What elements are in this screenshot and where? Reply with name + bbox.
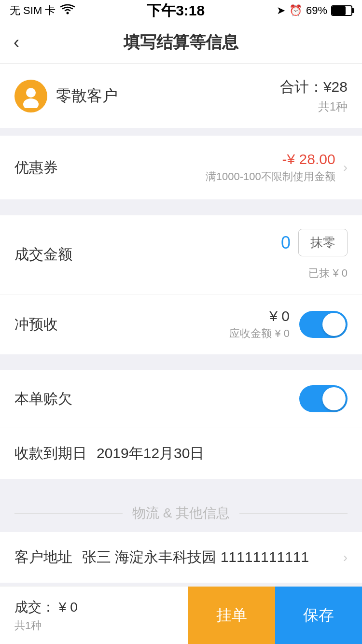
battery-percent: 69% xyxy=(306,4,327,17)
bottom-bar: 成交： ¥ 0 共1种 挂单 保存 xyxy=(0,586,362,644)
total-count: 共1种 xyxy=(280,99,348,114)
chong-row: 冲预收 ¥ 0 应收金额 ¥ 0 xyxy=(0,294,362,354)
bottom-count: 共1种 xyxy=(14,618,174,633)
avatar xyxy=(14,80,47,112)
transaction-row: 成交金额 0 抹零 已抹 ¥ 0 xyxy=(0,215,362,294)
customer-section: 零散客户 合计：¥28 共1种 xyxy=(0,64,362,128)
divider-right xyxy=(239,513,348,514)
back-button[interactable]: ‹ xyxy=(14,32,19,53)
pending-button[interactable]: 挂单 xyxy=(188,587,275,644)
logistics-header: 物流 & 其他信息 xyxy=(0,494,362,532)
chong-toggle[interactable] xyxy=(299,311,348,338)
status-left: 无 SIM 卡 xyxy=(10,3,75,18)
address-row[interactable]: 客户地址 张三 海淀永丰科技园 11111111111 › xyxy=(0,532,362,583)
due-date-label: 收款到期日 xyxy=(14,444,87,463)
coupon-value: -¥ 28.00 xyxy=(206,151,335,168)
section-divider-1 xyxy=(0,207,362,215)
logistics-label: 物流 & 其他信息 xyxy=(123,504,239,522)
coupon-value-block: -¥ 28.00 满1000-100不限制使用金额 xyxy=(206,151,335,184)
transaction-section: 成交金额 0 抹零 已抹 ¥ 0 冲预收 ¥ 0 应收金额 ¥ 0 xyxy=(0,215,362,354)
credit-toggle-thumb xyxy=(322,387,346,410)
toggle-thumb xyxy=(322,313,346,336)
credit-section: 本单赊欠 收款到期日 2019年12月30日 xyxy=(0,370,362,479)
credit-toggle[interactable] xyxy=(299,385,348,412)
divider-left xyxy=(14,513,123,514)
status-time: 下午3:18 xyxy=(147,1,205,21)
credit-row: 本单赊欠 xyxy=(0,370,362,428)
coupon-label: 优惠券 xyxy=(14,158,58,178)
address-value: 张三 海淀永丰科技园 11111111111 xyxy=(82,547,343,567)
round-button[interactable]: 抹零 xyxy=(298,229,348,256)
total-amount: 合计：¥28 xyxy=(280,77,348,97)
sim-status: 无 SIM 卡 xyxy=(10,3,56,18)
svg-point-2 xyxy=(23,98,39,108)
chong-label: 冲预收 xyxy=(14,315,58,335)
bottom-info: 成交： ¥ 0 共1种 xyxy=(0,598,188,633)
coupon-section: 优惠券 -¥ 28.00 满1000-100不限制使用金额 › xyxy=(0,136,362,199)
chong-sub-value: 应收金额 ¥ 0 xyxy=(229,326,290,341)
chong-right: ¥ 0 应收金额 ¥ 0 xyxy=(229,308,348,341)
save-button[interactable]: 保存 xyxy=(275,587,362,644)
status-right: ➤ ⏰ 69% xyxy=(277,4,352,17)
customer-left: 零散客户 xyxy=(14,80,118,112)
bottom-deal-value: ¥ 0 xyxy=(59,600,78,615)
wifi-icon xyxy=(60,4,75,17)
transaction-value: 0 xyxy=(281,233,291,253)
alarm-icon: ⏰ xyxy=(289,4,302,17)
address-label: 客户地址 xyxy=(14,547,72,567)
coupon-chevron-icon: › xyxy=(343,160,348,175)
coupon-right: -¥ 28.00 满1000-100不限制使用金额 › xyxy=(206,151,348,184)
svg-point-1 xyxy=(26,88,36,98)
due-date-value: 2019年12月30日 xyxy=(97,444,204,463)
credit-label: 本单赊欠 xyxy=(14,389,72,409)
page-title: 填写结算等信息 xyxy=(124,31,238,54)
bottom-deal-amount: 成交： ¥ 0 xyxy=(14,598,174,616)
coupon-row[interactable]: 优惠券 -¥ 28.00 满1000-100不限制使用金额 › xyxy=(0,136,362,199)
transaction-sub: 已抹 ¥ 0 xyxy=(308,266,348,280)
transaction-label: 成交金额 xyxy=(14,245,72,265)
section-divider-2 xyxy=(0,362,362,370)
address-section: 客户地址 张三 海淀永丰科技园 11111111111 › xyxy=(0,532,362,583)
status-bar: 无 SIM 卡 下午3:18 ➤ ⏰ 69% xyxy=(0,0,362,21)
bottom-deal-label: 成交： xyxy=(14,600,55,615)
due-date-row: 收款到期日 2019年12月30日 xyxy=(0,428,362,479)
customer-name: 零散客户 xyxy=(56,85,118,107)
customer-right: 合计：¥28 共1种 xyxy=(280,77,348,114)
chong-main-value: ¥ 0 xyxy=(229,308,290,324)
nav-bar: ‹ 填写结算等信息 xyxy=(0,21,362,64)
svg-point-0 xyxy=(67,12,69,14)
battery-icon xyxy=(331,5,352,16)
address-chevron-icon: › xyxy=(343,550,348,565)
coupon-sub: 满1000-100不限制使用金额 xyxy=(206,169,335,184)
chong-values: ¥ 0 应收金额 ¥ 0 xyxy=(229,308,290,341)
location-icon: ➤ xyxy=(277,4,285,17)
customer-row: 零散客户 合计：¥28 共1种 xyxy=(0,64,362,128)
section-divider-3 xyxy=(0,487,362,494)
